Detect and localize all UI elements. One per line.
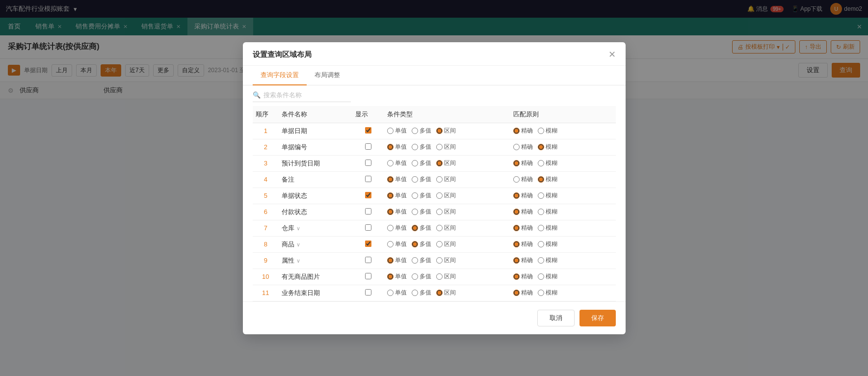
type-radio-区间[interactable] [436,225,443,231]
type-radio-单值[interactable] [387,290,394,296]
match-radio-模糊[interactable] [538,160,544,166]
match-option-精确[interactable]: 精确 [513,224,533,232]
type-option-区间[interactable]: 区间 [436,256,456,265]
type-radio-多值[interactable] [412,290,418,296]
type-radio-区间[interactable] [436,144,443,150]
type-option-区间[interactable]: 区间 [436,224,456,232]
show-checkbox[interactable] [365,176,371,182]
cancel-button[interactable]: 取消 [537,310,575,326]
tab-query-fields[interactable]: 查询字段设置 [253,66,307,85]
type-option-区间[interactable]: 区间 [436,208,456,216]
type-radio-区间[interactable] [436,241,443,247]
show-checkbox[interactable] [365,192,371,198]
type-radio-多值[interactable] [412,273,418,280]
match-option-模糊[interactable]: 模糊 [538,208,557,216]
match-radio-精确[interactable] [513,273,520,280]
match-radio-精确[interactable] [513,209,520,215]
type-option-区间[interactable]: 区间 [436,143,456,151]
match-radio-模糊[interactable] [538,241,544,247]
type-radio-多值[interactable] [412,144,418,150]
tab-layout-adjust[interactable]: 布局调整 [307,66,348,85]
type-radio-单值[interactable] [387,273,394,280]
type-radio-多值[interactable] [412,192,418,199]
type-radio-单值[interactable] [387,128,394,134]
match-option-模糊[interactable]: 模糊 [538,159,557,167]
type-radio-单值[interactable] [387,192,394,199]
show-checkbox[interactable] [365,224,371,231]
type-option-区间[interactable]: 区间 [436,127,456,135]
type-radio-单值[interactable] [387,144,394,150]
type-radio-单值[interactable] [387,209,394,215]
match-radio-精确[interactable] [513,241,520,247]
type-radio-区间[interactable] [436,273,443,280]
match-option-模糊[interactable]: 模糊 [538,240,557,248]
match-radio-精确[interactable] [513,192,520,199]
type-option-多值[interactable]: 多值 [412,272,431,281]
show-checkbox[interactable] [365,143,371,150]
match-option-精确[interactable]: 精确 [513,208,533,216]
match-option-模糊[interactable]: 模糊 [538,289,557,297]
type-radio-多值[interactable] [412,225,418,231]
type-option-多值[interactable]: 多值 [412,175,431,184]
show-checkbox[interactable] [365,257,371,263]
type-option-区间[interactable]: 区间 [436,289,456,297]
type-option-单值[interactable]: 单值 [387,127,407,135]
match-option-精确[interactable]: 精确 [513,272,533,281]
match-radio-模糊[interactable] [538,290,544,296]
save-button[interactable]: 保存 [579,310,616,326]
type-radio-单值[interactable] [387,160,394,166]
type-option-区间[interactable]: 区间 [436,272,456,281]
type-option-区间[interactable]: 区间 [436,240,456,248]
match-option-精确[interactable]: 精确 [513,175,533,184]
match-option-模糊[interactable]: 模糊 [538,191,557,200]
show-checkbox[interactable] [365,241,371,247]
match-radio-模糊[interactable] [538,273,544,280]
type-option-单值[interactable]: 单值 [387,240,407,248]
type-option-多值[interactable]: 多值 [412,256,431,265]
match-option-模糊[interactable]: 模糊 [538,175,557,184]
match-option-精确[interactable]: 精确 [513,240,533,248]
type-radio-单值[interactable] [387,225,394,231]
match-option-模糊[interactable]: 模糊 [538,256,557,265]
match-radio-精确[interactable] [513,160,520,166]
match-radio-模糊[interactable] [538,176,544,183]
type-radio-多值[interactable] [412,160,418,166]
show-checkbox[interactable] [365,273,371,279]
type-radio-区间[interactable] [436,176,443,183]
show-checkbox[interactable] [365,127,371,134]
type-radio-多值[interactable] [412,128,418,134]
match-option-精确[interactable]: 精确 [513,143,533,151]
type-radio-区间[interactable] [436,290,443,296]
match-option-模糊[interactable]: 模糊 [538,272,557,281]
type-option-单值[interactable]: 单值 [387,175,407,184]
type-option-多值[interactable]: 多值 [412,191,431,200]
match-option-精确[interactable]: 精确 [513,289,533,297]
match-radio-模糊[interactable] [538,192,544,199]
match-option-精确[interactable]: 精确 [513,127,533,135]
type-option-单值[interactable]: 单值 [387,191,407,200]
match-radio-精确[interactable] [513,144,520,150]
modal-close-button[interactable]: ✕ [608,50,616,59]
type-option-区间[interactable]: 区间 [436,175,456,184]
type-option-单值[interactable]: 单值 [387,208,407,216]
show-checkbox[interactable] [365,208,371,215]
type-radio-区间[interactable] [436,128,443,134]
type-option-多值[interactable]: 多值 [412,143,431,151]
match-radio-精确[interactable] [513,257,520,264]
match-radio-精确[interactable] [513,225,520,231]
type-option-多值[interactable]: 多值 [412,240,431,248]
match-radio-精确[interactable] [513,176,520,183]
type-option-多值[interactable]: 多值 [412,289,431,297]
type-option-区间[interactable]: 区间 [436,191,456,200]
match-option-模糊[interactable]: 模糊 [538,127,557,135]
type-radio-区间[interactable] [436,257,443,264]
type-option-多值[interactable]: 多值 [412,224,431,232]
match-radio-精确[interactable] [513,290,520,296]
match-radio-模糊[interactable] [538,257,544,264]
type-radio-多值[interactable] [412,241,418,247]
match-radio-模糊[interactable] [538,144,544,150]
match-radio-模糊[interactable] [538,128,544,134]
match-radio-精确[interactable] [513,128,520,134]
type-radio-多值[interactable] [412,257,418,264]
type-option-单值[interactable]: 单值 [387,159,407,167]
